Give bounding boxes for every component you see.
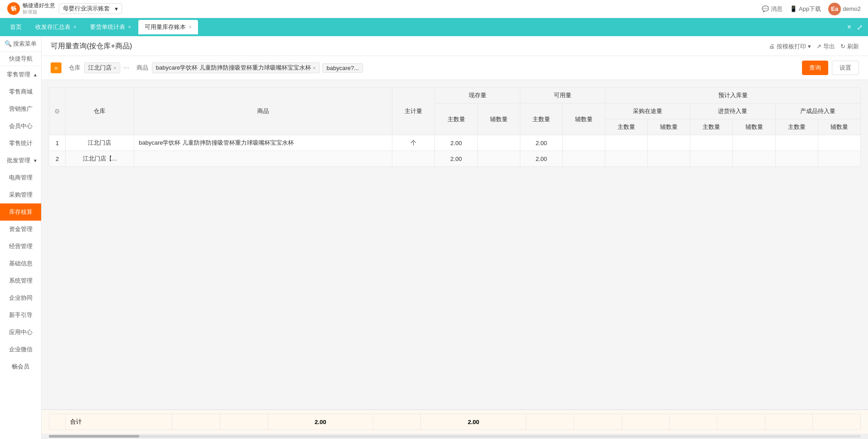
sidebar-item-retail-mall-label: 零售商城: [4, 88, 38, 96]
product-tag-1-remove[interactable]: ×: [313, 65, 316, 71]
tab-receivable[interactable]: 收发存汇总表 ×: [29, 20, 83, 34]
page-title-row: 可用量查询(按仓库+商品) 🖨 按模板打印 ▾ ↗ 导出 ↻ 刷新: [51, 42, 859, 56]
sidebar-item-basic-info[interactable]: 基础信息: [0, 255, 41, 272]
message-button[interactable]: 💬 消息: [762, 5, 783, 13]
query-button[interactable]: 查询: [802, 61, 828, 75]
row2-avail-sub: [562, 151, 605, 167]
th-stock-main: 主数量: [435, 104, 477, 135]
sidebar-item-purchase-label: 采购管理: [4, 191, 38, 199]
sidebar-item-ecommerce[interactable]: 电商管理: [0, 169, 41, 186]
tab-order-stats[interactable]: 要货单统计表 ×: [84, 20, 137, 34]
th-prod-main: 主数量: [775, 119, 818, 135]
tab-receivable-close[interactable]: ×: [73, 24, 76, 30]
settings-button[interactable]: 设置: [832, 61, 859, 75]
logo-subtitle: 标准版: [23, 9, 55, 15]
logo-text: 畅捷通好生意: [23, 2, 55, 9]
row1-inbound-main: [690, 135, 733, 151]
row1-prod-sub: [818, 135, 860, 151]
sidebar-item-wholesale[interactable]: 批发管理 ▼: [0, 152, 41, 169]
table-header-row-1: ⚙ 仓库 商品 主计量 现存量 可用量 预计入库量: [49, 88, 861, 104]
user-profile[interactable]: Ea demo2: [828, 3, 861, 15]
row2-prod-sub: [818, 151, 860, 167]
sidebar-item-member2[interactable]: 畅会员: [0, 358, 41, 375]
warehouse-filter-more[interactable]: ···: [123, 64, 129, 72]
th-product: 商品: [134, 88, 392, 135]
message-icon: 💬: [762, 5, 769, 12]
th-purchase-transit: 采购在途量: [605, 104, 690, 119]
th-inbound-main: 主数量: [690, 119, 733, 135]
sidebar-item-sys-mgmt[interactable]: 系统管理: [0, 272, 41, 289]
row1-avail-sub: [562, 135, 605, 151]
row1-inbound-sub: [733, 135, 775, 151]
sidebar-item-ops[interactable]: 经营管理: [0, 238, 41, 255]
app-icon: 📱: [790, 5, 797, 12]
template-print-button[interactable]: 🖨 按模板打印 ▾: [769, 42, 811, 51]
message-label: 消息: [771, 5, 783, 13]
sidebar-item-purchase[interactable]: 采购管理: [0, 186, 41, 203]
row2-stock-main: 2.00: [435, 151, 477, 167]
template-print-label: 按模板打印: [777, 42, 806, 51]
row1-pur-sub: [648, 135, 690, 151]
tab-available-stock-close[interactable]: ×: [189, 24, 192, 30]
sidebar-item-retail-stats[interactable]: 零售统计: [0, 135, 41, 152]
sidebar-item-app-center-label: 应用中心: [4, 328, 38, 336]
logo-icon: 畅: [7, 2, 20, 15]
sidebar-item-inventory-label: 库存核算: [4, 208, 38, 216]
sidebar-search[interactable]: 🔍 搜索菜单: [0, 36, 41, 52]
sidebar-item-basic-info-label: 基础信息: [4, 260, 38, 268]
th-inbound-pending: 进货待入量: [690, 104, 775, 119]
sidebar-item-inventory[interactable]: 库存核算: [0, 203, 41, 221]
footer-inbound-sub: [717, 414, 765, 430]
sidebar-item-ops-label: 经营管理: [4, 242, 38, 250]
product-filter-tags: babycare学饮杯 儿童防摔防撞吸管杯重力球吸嘴杯宝宝水杯 × babyca…: [152, 62, 363, 73]
gear-icon[interactable]: ⚙: [54, 108, 60, 115]
product-filter-group: 商品 babycare学饮杯 儿童防摔防撞吸管杯重力球吸嘴杯宝宝水杯 × bab…: [137, 62, 363, 73]
app-download-label: App下载: [799, 5, 821, 13]
filter-expand-button[interactable]: »: [51, 62, 61, 73]
footer-pur-sub: [622, 414, 670, 430]
sidebar-item-retail-mgmt[interactable]: 零售管理 ▲: [0, 66, 41, 83]
app-download-button[interactable]: 📱 App下载: [790, 5, 821, 13]
top-bar-right: 💬 消息 📱 App下载 Ea demo2: [762, 3, 861, 15]
page-title: 可用量查询(按仓库+商品): [51, 42, 132, 51]
scroll-thumb[interactable]: [49, 435, 139, 438]
fullscreen-button[interactable]: ⤢: [855, 21, 864, 33]
tab-receivable-label: 收发存汇总表: [35, 23, 71, 31]
footer-label: 合计: [66, 414, 172, 430]
close-all-button[interactable]: ×: [845, 21, 853, 33]
warehouse-tag-remove[interactable]: ×: [113, 65, 116, 71]
product-tag-2[interactable]: babycare?...: [322, 63, 363, 73]
row1-avail-main: 2.00: [520, 135, 562, 151]
th-current-stock: 现存量: [435, 88, 520, 104]
row1-stock-sub: [477, 135, 520, 151]
industry-selector-text: 母婴行业演示账套: [63, 5, 110, 13]
industry-selector[interactable]: 母婴行业演示账套 ▾: [59, 3, 122, 14]
sidebar-item-new-guide[interactable]: 新手引导: [0, 307, 41, 324]
export-button[interactable]: ↗ 导出: [816, 42, 835, 51]
nav-tabs: 首页 收发存汇总表 × 要货单统计表 × 可用量库存账本 × × ⤢: [0, 18, 868, 36]
product-tag-1[interactable]: babycare学饮杯 儿童防摔防撞吸管杯重力球吸嘴杯宝宝水杯 ×: [152, 62, 320, 73]
horizontal-scrollbar[interactable]: [42, 434, 868, 439]
table-footer: 合计 2.00 2.00: [42, 409, 868, 434]
refresh-icon: ↻: [840, 43, 845, 50]
sidebar-item-member2-label: 畅会员: [4, 363, 38, 371]
refresh-button[interactable]: ↻ 刷新: [840, 42, 859, 51]
sidebar-item-finance[interactable]: 资金管理: [0, 221, 41, 238]
sidebar-item-enterprise-wechat[interactable]: 企业微信: [0, 341, 41, 358]
tab-available-stock[interactable]: 可用量库存账本 ×: [138, 20, 198, 34]
footer-inbound-main: [670, 414, 717, 430]
sidebar-item-enterprise[interactable]: 企业协同: [0, 289, 41, 307]
footer-empty1: [49, 414, 66, 430]
row2-pur-sub: [648, 151, 690, 167]
sidebar-item-marketing[interactable]: 营销推广: [0, 100, 41, 118]
sidebar-item-app-center[interactable]: 应用中心: [0, 324, 41, 341]
footer-avail-main: 2.00: [421, 414, 526, 430]
warehouse-tag-jiangbei[interactable]: 江北门店 ×: [84, 62, 120, 73]
sidebar-item-retail-mall[interactable]: 零售商城: [0, 83, 41, 100]
warehouse-tag-text: 江北门店: [88, 64, 112, 72]
warehouse-filter-tags: 江北门店 × ···: [84, 62, 129, 73]
sidebar-item-member[interactable]: 会员中心: [0, 118, 41, 135]
tab-home[interactable]: 首页: [4, 20, 28, 34]
sidebar-quick-nav[interactable]: 快捷导航: [0, 52, 41, 66]
tab-order-stats-close[interactable]: ×: [128, 24, 131, 30]
